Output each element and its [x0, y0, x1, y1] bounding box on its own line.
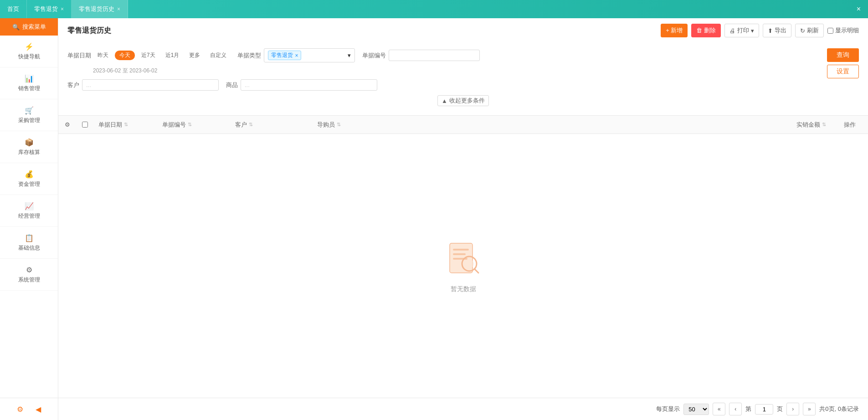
refresh-btn[interactable]: ↻ 刷新 — [795, 24, 824, 37]
select-all-checkbox[interactable] — [82, 122, 88, 128]
th-date-sort-icon: ⇅ — [124, 122, 128, 128]
tab-retail-return[interactable]: 零售退货 × — [27, 0, 72, 18]
prev-page-btn[interactable]: ‹ — [729, 403, 742, 415]
date-7days-btn[interactable]: 近7天 — [138, 51, 159, 60]
page-label-end: 页 — [777, 405, 783, 413]
th-date[interactable]: 单据日期 ⇅ — [93, 121, 157, 129]
sidebar-collapse-btn[interactable]: ◀ — [31, 402, 46, 416]
svg-line-6 — [474, 269, 478, 273]
main-layout: 🔍 搜索菜单 ⚡ 快捷导航 📊 销售管理 🛒 采购管理 📦 库存核算 💰 资金管… — [0, 18, 868, 420]
basic-icon: 📋 — [25, 233, 34, 242]
query-btn[interactable]: 查询 — [827, 48, 859, 62]
th-guide[interactable]: 导购员 ⇅ — [312, 121, 375, 129]
new-btn[interactable]: + 新增 — [661, 24, 688, 37]
th-amount-label: 实销金额 — [796, 121, 820, 129]
type-filter-select[interactable]: 零售退货 × ▾ — [264, 48, 355, 62]
sidebar-item-basic[interactable]: 📋 基础信息 — [0, 227, 58, 259]
page-number-input[interactable] — [755, 404, 773, 415]
tab-home-label: 首页 — [7, 5, 19, 13]
last-page-btn[interactable]: » — [803, 403, 816, 415]
filter-row-1: 单据日期 昨天 今天 近7天 近1月 更多 自定义 — [67, 48, 820, 62]
svg-rect-2 — [453, 253, 466, 255]
print-btn[interactable]: 🖨 打印 ▾ — [724, 24, 759, 37]
type-filter-tag: 零售退货 × — [268, 51, 301, 60]
sidebar-item-system[interactable]: ⚙ 系统管理 — [0, 259, 58, 291]
delete-btn[interactable]: 🗑 删除 — [691, 24, 721, 37]
th-number[interactable]: 单据编号 ⇅ — [157, 121, 230, 129]
tab-retail-return-close[interactable]: × — [61, 6, 64, 12]
th-check[interactable] — [77, 122, 93, 128]
goods-filter-label: 商品 — [226, 81, 238, 89]
export-label: 导出 — [775, 26, 786, 35]
th-gear[interactable]: ⚙ — [58, 121, 77, 128]
sidebar-item-operations-label: 经营管理 — [18, 212, 40, 220]
filter-settings-btn[interactable]: 设置 — [827, 65, 859, 78]
goods-filter-select[interactable]: ... — [241, 79, 377, 91]
filter-row-2: 客户 ... 商品 ... — [67, 79, 820, 91]
tab-home[interactable]: 首页 — [0, 0, 27, 18]
total-info: 共0页, 0条记录 — [819, 405, 859, 413]
page-size-label: 每页显示 — [656, 405, 680, 413]
display-toggle[interactable]: 显示明细 — [827, 26, 859, 35]
first-page-btn[interactable]: « — [713, 403, 725, 415]
sidebar: 🔍 搜索菜单 ⚡ 快捷导航 📊 销售管理 🛒 采购管理 📦 库存核算 💰 资金管… — [0, 18, 58, 420]
pagination-bar: 每页显示 50 10 20 100 « ‹ 第 页 › » 共0页, 0条记录 — [58, 398, 868, 420]
export-btn[interactable]: ⬆ 导出 — [763, 24, 791, 37]
finance-icon: 💰 — [25, 169, 34, 179]
th-customer[interactable]: 客户 ⇅ — [230, 121, 312, 129]
tab-retail-return-history-close[interactable]: × — [117, 6, 120, 12]
sidebar-item-inventory[interactable]: 📦 库存核算 — [0, 131, 58, 163]
date-more-btn[interactable]: 更多 — [185, 51, 204, 60]
date-custom-btn[interactable]: 自定义 — [206, 51, 230, 60]
number-filter-item: 单据编号 — [362, 50, 480, 61]
sidebar-item-finance-label: 资金管理 — [18, 180, 40, 188]
search-icon: 🔍 — [12, 24, 20, 31]
empty-illustration — [443, 239, 484, 280]
customer-filter-select[interactable]: ... — [82, 79, 219, 91]
page-header: 零售退货历史 + 新增 🗑 删除 🖨 打印 ▾ ⬆ 导出 ↻ — [58, 18, 868, 116]
sidebar-item-purchase[interactable]: 🛒 采购管理 — [0, 99, 58, 131]
display-checkbox[interactable] — [827, 28, 833, 34]
type-dropdown-icon: ▾ — [348, 52, 351, 59]
tab-retail-return-history[interactable]: 零售退货历史 × — [72, 0, 128, 18]
sidebar-item-inventory-label: 库存核算 — [18, 149, 40, 156]
sidebar-item-finance[interactable]: 💰 资金管理 — [0, 163, 58, 195]
sidebar-item-purchase-label: 采购管理 — [18, 117, 40, 124]
page-label: 第 — [745, 405, 751, 413]
window-close-btn[interactable]: × — [849, 5, 868, 13]
sidebar-item-basic-label: 基础信息 — [18, 244, 40, 252]
next-page-btn[interactable]: › — [786, 403, 799, 415]
date-filters: 昨天 今天 近7天 近1月 更多 自定义 — [94, 51, 230, 60]
th-action-label: 操作 — [844, 121, 856, 129]
tab-retail-return-label: 零售退货 — [34, 5, 58, 13]
number-filter-input[interactable] — [389, 50, 480, 61]
date-filter-item: 单据日期 昨天 今天 近7天 近1月 更多 自定义 — [67, 51, 230, 60]
empty-state: 暂无数据 — [58, 134, 868, 398]
print-icon: 🖨 — [729, 27, 735, 34]
th-customer-label: 客户 — [235, 121, 247, 129]
sidebar-item-sales[interactable]: 📊 销售管理 — [0, 67, 58, 99]
type-tag-close[interactable]: × — [295, 52, 298, 59]
sidebar-search[interactable]: 🔍 搜索菜单 — [0, 18, 58, 36]
date-yesterday-btn[interactable]: 昨天 — [94, 51, 112, 60]
sidebar-item-system-label: 系统管理 — [18, 276, 40, 284]
date-today-btn[interactable]: 今天 — [115, 51, 135, 60]
goods-filter-item: 商品 ... — [226, 79, 377, 91]
sidebar-search-label: 搜索菜单 — [22, 23, 46, 31]
sidebar-item-quicknav[interactable]: ⚡ 快捷导航 — [0, 36, 58, 67]
page-size-select[interactable]: 50 10 20 100 — [683, 404, 709, 415]
collapse-filter-btn[interactable]: ▲ 收起更多条件 — [437, 95, 489, 106]
date-1month-btn[interactable]: 近1月 — [162, 51, 183, 60]
svg-rect-1 — [453, 249, 469, 251]
sidebar-settings-btn[interactable]: ⚙ — [13, 402, 27, 416]
type-filter-item: 单据类型 零售退货 × ▾ — [237, 48, 355, 62]
table-header: ⚙ 单据日期 ⇅ 单据编号 ⇅ 客户 ⇅ 导购员 — [58, 116, 868, 134]
page-title: 零售退货历史 — [67, 26, 111, 36]
th-amount[interactable]: 实销金额 ⇅ — [375, 121, 832, 129]
gear-col-icon: ⚙ — [65, 121, 70, 128]
customer-filter-item: 客户 ... — [67, 79, 219, 91]
system-icon: ⚙ — [25, 265, 34, 274]
sidebar-bottom: ⚙ ◀ — [0, 398, 58, 420]
export-icon: ⬆ — [768, 27, 773, 34]
sidebar-item-operations[interactable]: 📈 经营管理 — [0, 195, 58, 227]
